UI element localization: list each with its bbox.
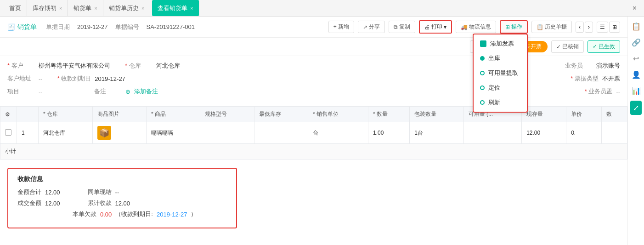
next-button[interactable]: ›: [585, 22, 593, 33]
confirm-button[interactable]: ✓ 已核销: [551, 40, 584, 53]
tab-inventory-close[interactable]: ×: [59, 6, 62, 11]
effective-check-icon: ✓: [593, 43, 597, 50]
cumulative-field: 累计收款 12.00: [88, 199, 130, 207]
due-amount-field: 本单欠款 0.00 （收款到期日: 2019-12-27 ）: [73, 210, 197, 218]
tab-history-close[interactable]: ×: [141, 6, 144, 11]
tab-sales-close[interactable]: ×: [94, 6, 97, 11]
row-sales-unit-cell: 台: [308, 122, 368, 144]
locate-icon: [480, 85, 485, 90]
tab-home[interactable]: 首页: [4, 0, 27, 16]
payment-row-3: 本单欠款 0.00 （收款到期日: 2019-12-27 ）: [17, 210, 227, 218]
ticket-type-field: 票据类型 不开票: [571, 74, 620, 83]
copy-icon: ⧉: [394, 24, 398, 30]
tab-view-sales-label: 查看销货单: [158, 4, 187, 12]
quantity-extract-item[interactable]: 可用量提取: [474, 66, 527, 80]
row-available-cell: [463, 122, 521, 144]
payment-row-1: 金额合计 12.00 同单现结 --: [17, 188, 227, 196]
sidebar-notes-icon[interactable]: 📋: [630, 20, 643, 33]
refresh-item[interactable]: 刷新: [474, 95, 527, 110]
transaction-value: 12.00: [45, 200, 60, 207]
sidebar-expand-icon[interactable]: ⤢: [630, 101, 642, 115]
operations-button[interactable]: ⊞ 操作: [500, 20, 528, 34]
grid-view-button[interactable]: ⊞: [609, 22, 620, 33]
payment-info-box: 收款信息 金额合计 12.00 同单现结 -- 成交金额 12.00 累计收款: [7, 168, 237, 228]
due-amount-value: 0.00: [100, 211, 112, 218]
sidebar-link-icon[interactable]: 🔗: [630, 36, 643, 49]
add-invoice-item[interactable]: 添加发票: [474, 36, 527, 51]
col-quantity: * 数量: [368, 107, 410, 122]
project-label: 项目: [7, 87, 35, 96]
new-button[interactable]: + 新增: [328, 21, 354, 33]
print-label: 打印: [431, 23, 442, 31]
table-row: 1 河北仓库 📦 嗝嗝嗝嗝 台 1.00 1台 12.00 0.: [0, 122, 627, 144]
tab-inventory-init[interactable]: 库存期初 ×: [27, 0, 68, 16]
transaction-label: 成交金额: [17, 199, 41, 207]
print-button[interactable]: 🖨 打印 ▾: [419, 20, 452, 34]
window-close-button[interactable]: ×: [629, 4, 640, 12]
refresh-icon: [480, 100, 485, 105]
due-date-value: 2019-12-27: [95, 75, 125, 82]
same-order-value: --: [115, 189, 119, 196]
prev-button[interactable]: ‹: [576, 22, 584, 33]
history-records-button[interactable]: 📋 历史单据: [531, 21, 572, 33]
add-note-label[interactable]: 添加备注: [134, 87, 158, 96]
staff-value: 演示账号: [596, 62, 620, 70]
effective-label: 已生效: [599, 43, 615, 50]
due-date-label: 收款到期日: [57, 74, 91, 83]
sales-staff-field: 业务员孟 --: [585, 87, 620, 96]
warehouse-value: 河北仓库: [156, 62, 180, 70]
amount-total-value: 12.00: [45, 189, 60, 196]
copy-button[interactable]: ⧉ 复制: [389, 21, 415, 33]
new-label: + 新增: [333, 23, 349, 31]
row-check-icon[interactable]: [5, 129, 11, 136]
share-label: 分享: [369, 23, 380, 31]
sidebar-chart-icon[interactable]: 📊: [630, 85, 643, 97]
subtotal-row: 小计: [0, 144, 627, 160]
tab-sales-history[interactable]: 销货单历史 ×: [103, 0, 150, 16]
out-storage-item[interactable]: 出库: [474, 51, 527, 66]
share-button[interactable]: ↗ 分享: [358, 21, 385, 33]
address-label: 客户地址: [7, 74, 35, 83]
doc-meta: 单据日期 2019-12-27 单据编号 SA-20191227-001: [46, 23, 195, 31]
payment-title: 收款信息: [17, 175, 227, 183]
row-spec-cell: [200, 122, 254, 144]
locate-item[interactable]: 定位: [474, 80, 527, 95]
history-label: 历史单据: [545, 23, 567, 31]
effective-button[interactable]: ✓ 已生效: [588, 40, 620, 53]
list-view-button[interactable]: ☰: [597, 22, 608, 33]
row-checkbox[interactable]: [0, 122, 17, 144]
tab-view-sales[interactable]: 查看销货单 ×: [152, 0, 199, 16]
due-amount-label: 本单欠款: [73, 210, 96, 218]
sidebar-return-icon[interactable]: ↩: [631, 52, 641, 65]
row-min-stock-cell: [254, 122, 308, 144]
col-settings[interactable]: ⚙: [0, 107, 17, 122]
same-order-field: 同单现结 --: [88, 188, 119, 196]
amount-total-field: 金额合计 12.00: [17, 188, 60, 196]
right-sidebar: 📋 🔗 ↩ 👤 📊 ⤢: [627, 17, 644, 245]
customer-field: 客户 柳州粤港平安气体有限公司: [7, 62, 110, 70]
subtotal-label-cell: 小计: [0, 144, 627, 160]
note-label: 备注: [94, 87, 122, 96]
tab-bar: 首页 库存期初 × 销货单 × 销货单历史 × 查看销货单 × ×: [0, 0, 644, 17]
main-content: 🧾 销货单 单据日期 2019-12-27 单据编号 SA-20191227-0…: [0, 17, 627, 245]
add-note-icon[interactable]: ⊕: [125, 88, 130, 95]
sales-order-icon: 🧾: [7, 23, 15, 31]
date-value: 2019-12-27: [77, 23, 108, 30]
logistics-button[interactable]: 🚚 物流信息: [456, 21, 496, 33]
customer-value: 柳州粤港平安气体有限公司: [39, 62, 110, 70]
sidebar-user-icon[interactable]: 👤: [630, 68, 643, 81]
amount-total-label: 金额合计: [17, 188, 41, 196]
check-icon: ✓: [556, 44, 561, 50]
tab-sales-order[interactable]: 销货单 ×: [68, 0, 103, 16]
row-unit-price-cell: 0.: [566, 122, 602, 144]
project-value: --: [39, 88, 43, 95]
tab-view-sales-close[interactable]: ×: [190, 6, 193, 11]
form-row-2: 客户地址 -- 收款到期日 2019-12-27 票据类型 不开票: [7, 74, 620, 83]
copy-label: 复制: [399, 23, 410, 31]
due-note-end: ）: [191, 210, 197, 218]
operations-dropdown-menu: 添加发票 出库 可用量提取 定位: [473, 34, 528, 113]
date-label: 单据日期: [46, 23, 70, 31]
doc-title: 🧾 销货单: [7, 23, 37, 31]
col-unit-price: 单价: [566, 107, 602, 122]
col-more: 数: [601, 107, 627, 122]
